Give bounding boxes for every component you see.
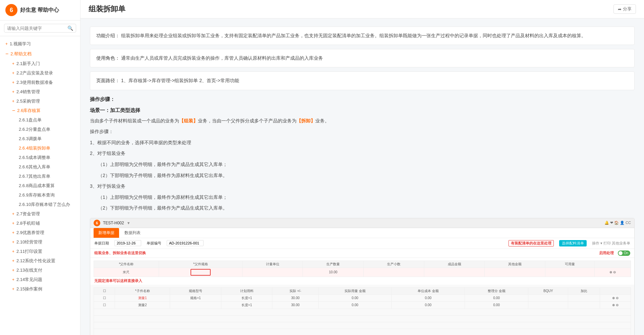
share-button[interactable]: ➦ 分享 — [613, 4, 636, 14]
sidebar-item-label: 2.6.4组装拆卸单 — [19, 145, 50, 151]
cell-actual: 30.00 — [272, 301, 318, 309]
lower-table-row — [94, 315, 631, 322]
sidebar-item-2-6-7[interactable]: 2.6.7其他出库单 — [13, 172, 80, 181]
feature-intro-block: 功能介绍： 组装拆卸单用来处理企业组装或拆卸等加工业务，支持有固定装配清单的产品… — [90, 26, 635, 45]
sidebar-item-2-7[interactable]: + 2.7资金管理 — [7, 209, 80, 219]
sidebar-item-label: 2.6.2分量盘点单 — [19, 126, 50, 132]
mock-num-label: 单据编号 — [147, 241, 161, 246]
sidebar-item-2-6-8[interactable]: 2.6.8商品成本重算 — [13, 181, 80, 190]
col-produce-decimal: 生产小数 — [364, 261, 424, 268]
sidebar-item-2-12[interactable]: + 2.12系统个性化设置 — [7, 256, 80, 266]
sidebar-item-2-6-2[interactable]: 2.6.2分量盘点单 — [13, 125, 80, 134]
annotation-enable: 启用处理 — [599, 250, 614, 256]
lcol-ratio: 加比 — [568, 287, 600, 294]
sidebar-item-videos[interactable]: + 1.视频学习 — [0, 39, 80, 49]
sidebar-item-2-2[interactable]: + 2.2产品安装及登录 — [7, 68, 80, 78]
sidebar-item-2-3[interactable]: + 2.3使用前数据准备 — [7, 78, 80, 87]
toggle-switch[interactable]: On — [618, 250, 630, 256]
sidebar-item-label: 2.帮助文档 — [10, 51, 32, 57]
lcol-spec: 规格型号 — [170, 287, 221, 294]
search-icon[interactable]: 🔍 — [67, 25, 73, 31]
mock-tab-list[interactable]: 数据列表 — [120, 228, 145, 238]
cell-other-amount — [485, 268, 545, 277]
logo-icon: 6 — [5, 4, 17, 16]
sidebar-item-2-6-3[interactable]: 2.6.3调拨单 — [13, 134, 80, 144]
cell-row-actions: ⊕ ⊖ — [600, 294, 631, 301]
sidebar-item-2-6-5[interactable]: 2.6.5成本调整单 — [13, 153, 80, 162]
sidebar-item-label: 2.11打印设置 — [16, 248, 42, 255]
mock-tab-new[interactable]: 新增单据 — [94, 228, 119, 238]
cell-actual-amount: 0.00 — [318, 294, 391, 301]
sidebar-item-2-6-1[interactable]: 2.6.1盘点单 — [13, 115, 80, 125]
toggle-label: On — [624, 251, 628, 255]
scenario1-title: 场景一：加工类型选择 — [90, 107, 635, 114]
cell-bquy — [528, 301, 568, 309]
col-product-amount: 成品金额 — [424, 261, 485, 268]
sidebar-item-label: 2.10经营管理 — [16, 239, 42, 245]
sidebar-item-2-15[interactable]: + 2.15操作案例 — [7, 284, 80, 294]
share-icon: ➦ — [618, 7, 622, 12]
sidebar-item-label: 2.6.1盘点单 — [19, 117, 42, 123]
lcol-bquy: BQUY — [528, 287, 568, 294]
expand-icon: + — [12, 99, 14, 104]
sidebar-item-2-6-9[interactable]: 2.6.9库存账本查询 — [13, 190, 80, 200]
sidebar-item-2-6-4[interactable]: 2.6.4组装拆卸单 — [13, 144, 80, 153]
sidebar-item-2-6-6[interactable]: 2.6.6其他入库单 — [13, 162, 80, 172]
toggle-dot — [619, 251, 623, 255]
mock-topbar-right: 🔔 ❤ 🏠 👤 CC — [604, 221, 631, 225]
mock-icons: 🔔 ❤ 🏠 👤 CC — [604, 221, 631, 225]
sidebar-item-2-10[interactable]: + 2.10经营管理 — [7, 237, 80, 247]
scenario1-desc: 当由多个子件材料组装成一个成品的业务为【组装】业务，当由一个父件拆分成多个子产品… — [90, 116, 635, 125]
cell-unit-cost: 0.00 — [391, 301, 465, 309]
cell-spec — [159, 268, 242, 277]
sidebar-item-label: 2.6.9库存账本查询 — [19, 192, 55, 198]
col-other-amount: 其他金额 — [485, 261, 545, 268]
feature-intro-text: 组装拆卸单用来处理企业组装或拆卸等加工业务，支持有固定装配清单的产品加工业务，也… — [121, 33, 586, 38]
cell-child-name: 测量2 — [115, 301, 170, 309]
sidebar-item-2-9[interactable]: + 2.9优惠券管理 — [7, 228, 80, 237]
sidebar-item-2-5[interactable]: + 2.5采购管理 — [7, 97, 80, 106]
step3: 3、对于拆装业务 — [90, 182, 635, 191]
search-input-wrap[interactable]: 🔍 — [4, 24, 76, 33]
sidebar-item-2-11[interactable]: + 2.11打印设置 — [7, 247, 80, 256]
search-box: 🔍 — [0, 20, 80, 36]
col-produce-qty: 生产数量 — [303, 261, 364, 268]
cell-check: ☐ — [94, 301, 115, 309]
sidebar-item-2-6[interactable]: − 2.6库存核算 — [7, 106, 80, 115]
sidebar-item-label: 2.6库存核算 — [17, 108, 41, 114]
cell-unit — [242, 268, 303, 277]
mock-upper-section: *父件名称 *父件规格 计量单位 生产数量 生产小数 成品金额 其他金额 可用量 — [90, 258, 634, 277]
sidebar-item-2-8[interactable]: + 2.8手机旺铺 — [7, 219, 80, 228]
expand-icon: + — [5, 42, 8, 46]
expand-icon: + — [12, 230, 14, 235]
share-label: 分享 — [623, 6, 632, 12]
sidebar-item-2-1[interactable]: + 2.1新手入门 — [7, 59, 80, 68]
sidebar-item-2-13[interactable]: + 2.13在线支付 — [7, 266, 80, 275]
sidebar-item-docs[interactable]: − 2.帮助文档 — [0, 49, 80, 59]
cell-unit-cost: 0.00 — [391, 294, 465, 301]
mock-form-header: 单据日期 单据编号 有装配清单的在这里处理 选择配料清单 操作 ▾ 打印 其他业… — [90, 238, 634, 249]
sidebar-item-2-6-10[interactable]: 2.6.10库存账本错了怎么办 — [13, 200, 80, 209]
nav-sub-2-6: 2.6.1盘点单 2.6.2分量盘点单 2.6.3调拨单 2.6.4组装拆卸单 … — [7, 115, 80, 209]
sidebar-item-label: 2.6.3调拨单 — [19, 136, 42, 142]
mock-select-bom-btn[interactable]: 选择配料清单 — [559, 240, 587, 246]
mock-lower-section: ☐ *子件名称 规格型号 计划用料 实际 +/- 实际用量 金额 单位成本 金额… — [90, 285, 634, 335]
step3-sub: （1）上部明细为父件明细，最终作为原材料生成其它出库单； （2）下部明细为子件明… — [90, 193, 635, 213]
sidebar-item-label: 2.6.5成本调整单 — [19, 155, 50, 161]
sidebar-item-label: 2.6.10库存账本错了怎么办 — [19, 202, 70, 208]
role-label: 使用角色： — [96, 55, 120, 61]
ops-steps-subtitle: 操作步骤： — [90, 127, 635, 136]
sidebar-item-2-14[interactable]: + 2.14常见问题 — [7, 275, 80, 284]
cell-spec-input[interactable] — [191, 269, 211, 276]
screenshot-mockup: 6 TEST-H002 ▼ 🔔 ❤ 🏠 👤 CC 新增单据 数据列表 单据日期 — [90, 218, 635, 335]
sidebar-item-2-4[interactable]: + 2.4销售管理 — [7, 87, 80, 97]
mock-app: 6 TEST-H002 ▼ 🔔 ❤ 🏠 👤 CC 新增单据 数据列表 单据日期 — [90, 218, 634, 335]
collapse-icon: − — [12, 108, 15, 113]
mock-date-input[interactable] — [114, 240, 141, 246]
mock-num-input[interactable] — [167, 240, 204, 246]
mock-subnav: 新增单据 数据列表 — [90, 228, 634, 238]
col-father-name: *父件名称 — [94, 261, 159, 268]
path-text: 1、库存核算->库存管理->组装拆卸单 2、首页->常用功能 — [121, 78, 239, 83]
search-input[interactable] — [7, 26, 67, 31]
path-label: 页面路径： — [96, 78, 120, 83]
